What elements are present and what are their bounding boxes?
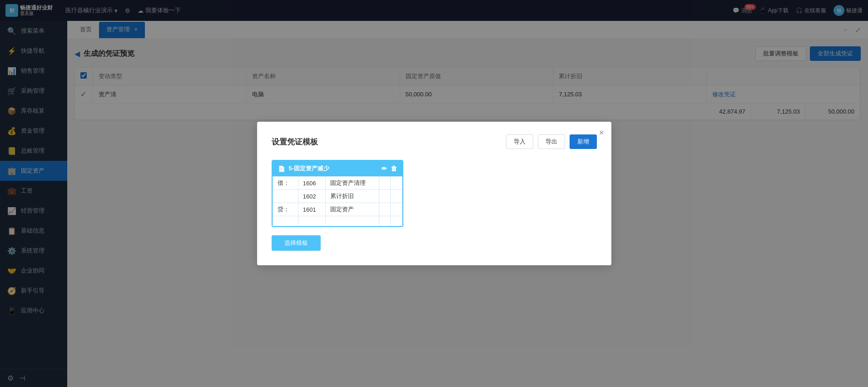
entry-code-2: 1602 (298, 190, 325, 203)
entry-account-2: 累计折旧 (325, 190, 379, 203)
template-entry-1: 借： 1606 固定资产清理 (273, 177, 402, 190)
template-entry-3: 贷： 1601 固定资产 (273, 203, 402, 216)
entry-debit-2 (379, 190, 391, 203)
dialog-title: 设置凭证模板 (272, 137, 318, 147)
entry-credit-3 (391, 203, 402, 216)
dialog-action-buttons: 导入 导出 新增 (506, 134, 597, 149)
entry-credit-1 (391, 177, 402, 190)
template-edit-icon[interactable]: ✏ (382, 165, 387, 172)
entry-direction-2 (273, 190, 298, 203)
voucher-template-dialog: 设置凭证模板 导入 导出 新增 × 📄 5-固定资产减少 ✏ 🗑 借： 1606… (257, 122, 611, 265)
entry-debit-1 (379, 177, 391, 190)
import-button[interactable]: 导入 (506, 134, 533, 149)
dialog-header: 设置凭证模板 导入 导出 新增 (272, 134, 597, 149)
entry-direction-1: 借： (273, 177, 298, 190)
entry-credit-2 (391, 190, 402, 203)
entry-account-1: 固定资产清理 (325, 177, 379, 190)
template-delete-icon[interactable]: 🗑 (391, 165, 397, 172)
entry-debit-3 (379, 203, 391, 216)
entry-account-3: 固定资产 (325, 203, 379, 216)
entry-direction-3: 贷： (273, 203, 298, 216)
template-entry-2: 1602 累计折旧 (273, 190, 402, 203)
select-template-button[interactable]: 选择模板 (272, 235, 321, 251)
template-entries-table: 借： 1606 固定资产清理 1602 累计折旧 贷： 1601 固定资产 (273, 176, 402, 226)
entry-code-3: 1601 (298, 203, 325, 216)
template-card: 📄 5-固定资产减少 ✏ 🗑 借： 1606 固定资产清理 1602 (272, 160, 403, 227)
template-card-header: 📄 5-固定资产减少 ✏ 🗑 (273, 161, 402, 176)
entry-code-1: 1606 (298, 177, 325, 190)
template-doc-icon: 📄 (278, 165, 285, 172)
export-button[interactable]: 导出 (538, 134, 565, 149)
new-template-button[interactable]: 新增 (570, 134, 597, 149)
template-empty-row (273, 216, 402, 226)
dialog-close-icon[interactable]: × (599, 128, 604, 138)
template-name: 5-固定资产减少 (289, 164, 330, 173)
template-header-icons: ✏ 🗑 (382, 165, 397, 172)
